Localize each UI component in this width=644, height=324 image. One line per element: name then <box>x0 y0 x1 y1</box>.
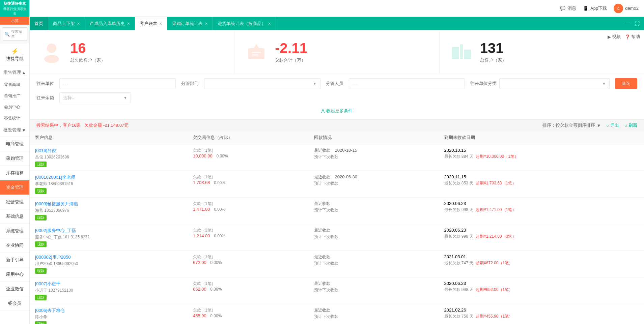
debt-amount[interactable]: 672.00 <box>193 260 206 265</box>
sidebar-item-ecommerce[interactable]: 电商管理 <box>0 137 29 151</box>
debt-info-cell: 欠款（3笔） 1,214.00 0.00% <box>188 224 309 251</box>
sidebar-item-label: 零售管理 <box>3 69 21 76</box>
sidebar-item-retail-mgmt[interactable]: 零售管理 ▲ <box>0 66 29 79</box>
collect-info-cell: 最近收款 2020-06-30 预计下次收款 <box>309 171 439 198</box>
debt-amount[interactable]: 1,703.68 <box>193 180 210 185</box>
debt-desc: 欠款（1笔） <box>193 254 303 260</box>
sidebar-item-quick-nav[interactable]: ⚡ 快捷导航 <box>0 43 29 66</box>
chevron-down-icon: ▼ <box>313 82 317 86</box>
collapse-label: 收起更多条件 <box>326 108 353 113</box>
debt-amount-icon <box>245 40 268 64</box>
sidebar-item-purchase-mgmt[interactable]: 采购管理 <box>0 151 29 166</box>
sidebar-item-inventory[interactable]: 库存核算 <box>0 166 29 180</box>
client-name-link[interactable]: [0003]畅捷服务尹海燕 <box>35 201 78 206</box>
debt-amount[interactable]: 652.00 <box>193 287 206 292</box>
sidebar-item-member[interactable]: 会员中心 <box>0 101 29 113</box>
client-name-link[interactable]: [000002]用户2050 <box>35 255 71 260</box>
debt-amount[interactable]: 10,000.00 <box>193 153 213 158</box>
help-btn[interactable]: ❓ 帮助 <box>625 34 640 40</box>
table-row: [0003]畅捷服务尹海燕 海燕 18513066976 现款 欠款（1笔） 1… <box>30 198 644 224</box>
tab-production-history[interactable]: 产成品入库单历史 ✕ <box>85 17 135 30</box>
client-name-link[interactable]: [0002]服务中心_丁磊 <box>35 228 76 233</box>
balance-select[interactable]: 选择... ▼ <box>59 92 131 103</box>
table-row: [0001020001]李老师 李老师 18600391516 现款 欠款（1笔… <box>30 171 644 198</box>
sidebar-item-finance[interactable]: 资金管理 <box>0 180 29 195</box>
message-btn[interactable]: 💬 消息 <box>560 5 576 11</box>
dept-input[interactable]: ▼ <box>204 78 320 89</box>
client-info-cell: [0006]去下粮仓 陈小希 现款 <box>30 304 188 324</box>
svg-rect-3 <box>452 47 459 59</box>
tab-product-shelf[interactable]: 商品上下架 ✕ <box>48 17 85 30</box>
tab-purchase-order[interactable]: 采购订单统计表 ✕ <box>167 17 213 30</box>
manager-input[interactable]: ··· <box>349 78 465 89</box>
tab-controls: — ⛶ <box>621 20 644 28</box>
sidebar-item-retail-stats[interactable]: 零售统计 <box>0 113 29 124</box>
overdue-link[interactable]: 超期¥652.00（1笔） <box>476 287 513 292</box>
query-button[interactable]: 查询 <box>615 78 637 89</box>
user-menu[interactable]: d demo2 <box>614 4 639 13</box>
debt-amount[interactable]: 455.90 <box>193 313 206 318</box>
sidebar-item-label: 应用中心 <box>6 272 24 277</box>
filter-source-unit: 往来单位 ··· <box>36 78 176 89</box>
collapse-filters-btn[interactable]: ⋀ 收起更多条件 <box>36 107 637 115</box>
overdue-link[interactable]: 超期¥10,000.00（1笔） <box>476 154 519 159</box>
sidebar-logo: 畅捷通好生意 母婴行业演示账套 <box>0 0 29 17</box>
export-btn[interactable]: ○ 导出 <box>606 122 619 128</box>
video-btn[interactable]: ▶ 视频 <box>608 34 621 40</box>
refresh-btn[interactable]: ○ 刷新 <box>624 122 637 128</box>
user-name: demo2 <box>625 6 639 11</box>
avatar: d <box>614 4 623 13</box>
sidebar-item-vip-member[interactable]: 畅会员 <box>0 296 29 311</box>
search-placeholder: 搜索菜单 <box>11 29 25 39</box>
overdue-days: 最长欠款 853 天 <box>444 181 475 185</box>
client-name-link[interactable]: [0006]去下粮仓 <box>35 308 65 313</box>
tab-customer-account[interactable]: 客户账本 ✕ <box>135 17 167 30</box>
debt-amount[interactable]: 1,214.00 <box>193 233 210 238</box>
debt-percent: 0.00% <box>214 207 225 212</box>
tab-minimize-btn[interactable]: — <box>624 20 632 28</box>
overdue-link[interactable]: 超期¥1,214.00（3笔） <box>476 234 516 239</box>
source-unit-input[interactable]: ··· <box>59 78 176 89</box>
unit-category-input[interactable]: ▼ <box>499 78 610 89</box>
sidebar-item-system[interactable]: 系统管理 <box>0 224 29 238</box>
sort-dropdown[interactable]: 排序：按欠款金额倒序排序 ▼ <box>542 122 601 128</box>
chevron-down-icon: ▼ <box>602 82 606 86</box>
sidebar-item-new-guide[interactable]: 新手引导 <box>0 253 29 267</box>
help-icon: ❓ <box>625 34 630 39</box>
tab-close-icon[interactable]: ✕ <box>159 22 162 26</box>
sidebar-item-enterprise[interactable]: 企业协同 <box>0 238 29 253</box>
stat-total-clients: 131 总客户（家） ▶ 视频 ❓ 帮助 <box>440 30 644 74</box>
sidebar-item-label: 畅会员 <box>8 301 21 306</box>
overdue-link[interactable]: 超期¥1,703.68（1笔） <box>476 181 516 185</box>
overdue-link[interactable]: 超期¥455.90（1笔） <box>476 314 513 319</box>
overdue-link[interactable]: 超期¥672.00（1笔） <box>476 261 513 265</box>
tab-close-icon[interactable]: ✕ <box>205 22 208 26</box>
next-collect-label: 预计下次收款 <box>314 261 433 266</box>
filter-dept: 分管部门 ▼ <box>181 78 320 89</box>
sidebar-item-basic-info[interactable]: 基础信息 <box>0 209 29 224</box>
app-download-label: App下载 <box>590 5 607 11</box>
tab-close-icon[interactable]: ✕ <box>268 22 271 26</box>
sidebar-item-operation[interactable]: 经营管理 <box>0 195 29 209</box>
app-download-btn[interactable]: 📱 App下载 <box>583 5 607 11</box>
overdue-link[interactable]: 超期¥1,471.00（1笔） <box>476 207 516 212</box>
debt-amount[interactable]: 1,471.00 <box>193 207 210 212</box>
client-name-link[interactable]: [0007]小进干 <box>35 281 60 286</box>
client-name-link[interactable]: [0016]吕俊 <box>35 148 56 153</box>
tab-close-icon[interactable]: ✕ <box>127 22 130 26</box>
tab-purchase-stats[interactable]: 进货单统计表（按商品） ✕ <box>213 17 276 30</box>
tab-home[interactable]: 首页 <box>30 17 48 30</box>
sidebar-item-app-center[interactable]: 应用中心 <box>0 267 29 282</box>
last-collect-label: 最近收款 <box>314 254 433 260</box>
table-body: [0016]吕俊 吕俊 13026203696 现款 欠款（1笔） 10,000… <box>30 144 644 324</box>
search-menu-input[interactable]: 🔍 搜索菜单 <box>2 27 27 41</box>
sidebar-item-batch-mgmt[interactable]: 批发管理 ▼ <box>0 124 29 137</box>
sidebar-item-enterprise-wx[interactable]: 企业微信 <box>0 282 29 296</box>
client-name-link[interactable]: [0001020001]李老师 <box>35 175 75 180</box>
debt-desc: 欠款（3笔） <box>193 228 303 233</box>
debt-desc: 欠款（1笔） <box>193 174 303 180</box>
sidebar-item-retail-mall[interactable]: 零售商城 <box>0 79 29 90</box>
tab-close-icon[interactable]: ✕ <box>77 22 80 26</box>
tab-maximize-btn[interactable]: ⛶ <box>633 20 641 28</box>
sidebar-item-marketing[interactable]: 营销推广 <box>0 90 29 101</box>
